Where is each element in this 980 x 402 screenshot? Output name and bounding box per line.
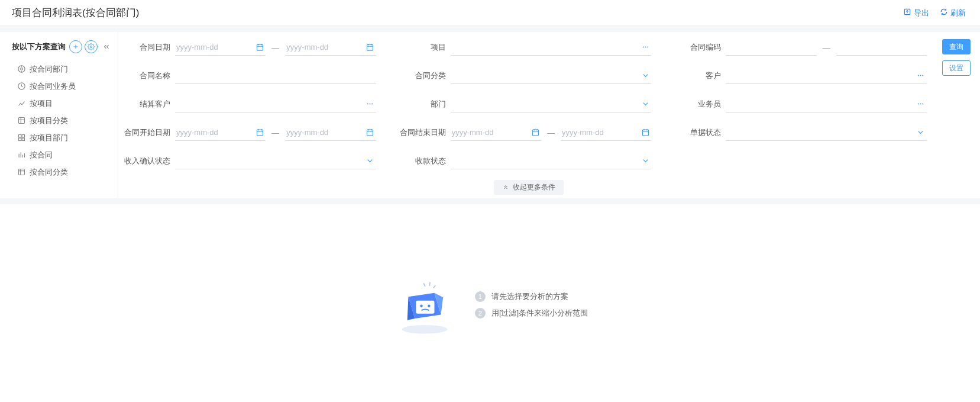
svg-point-31 [420,305,423,308]
select-input[interactable] [451,69,652,82]
page-title: 项目合同利润表(按合同部门) [12,6,139,20]
select-input[interactable] [726,126,927,139]
svg-rect-27 [532,130,538,136]
start-date-from[interactable] [175,124,266,141]
text-input[interactable] [175,69,376,82]
svg-rect-30 [416,301,434,314]
sidebar-item-project-category[interactable]: 按项目分类 [0,112,118,129]
date-input[interactable] [175,40,266,54]
lookup-input[interactable] [175,97,376,111]
bar-icon [17,150,26,160]
date-input[interactable] [175,126,266,139]
chevron-down-icon[interactable] [641,99,650,109]
clock-icon [17,82,26,91]
contract-category-select[interactable] [451,67,652,84]
calendar-icon[interactable] [641,128,650,137]
contract-code-from[interactable] [726,39,816,56]
date-input[interactable] [285,126,376,139]
project-input[interactable] [451,39,652,56]
contract-date-to[interactable] [285,39,376,56]
text-input[interactable] [726,40,816,54]
filter-contract-date: 合同日期 — [124,39,376,56]
end-date-to[interactable] [561,124,651,141]
calendar-icon[interactable] [366,128,375,137]
svg-point-15 [647,47,648,48]
lookup-input[interactable] [726,97,927,111]
department-select[interactable] [451,96,652,112]
export-icon [903,8,911,18]
revenue-status-select[interactable] [175,153,376,169]
ellipsis-icon[interactable] [916,71,926,81]
date-input[interactable] [561,126,651,139]
calendar-icon[interactable] [531,128,540,137]
ellipsis-icon[interactable] [916,99,926,109]
payment-status-select[interactable] [451,153,652,169]
contract-code-to[interactable] [836,39,927,56]
filter-label: 合同开始日期 [124,127,175,138]
sidebar-item-contract[interactable]: 按合同 [0,146,118,163]
collapse-sidebar-button[interactable] [101,40,112,53]
query-button[interactable]: 查询 [942,39,971,54]
add-scheme-button[interactable] [69,40,82,53]
select-input[interactable] [451,154,652,168]
chart-icon [17,99,26,108]
filter-department: 部门 [400,96,652,112]
end-date-from[interactable] [451,124,541,141]
svg-point-29 [402,325,447,334]
step-text: 用[过滤]条件来缩小分析范围 [491,308,588,319]
customer-input[interactable] [726,67,927,84]
collapse-label: 收起更多条件 [513,182,555,192]
filter-label: 合同编码 [675,42,726,53]
export-button[interactable]: 导出 [903,8,929,18]
date-input[interactable] [285,40,376,54]
calendar-icon[interactable] [255,128,264,137]
action-column: 查询 设置 [939,32,980,198]
start-date-to[interactable] [285,124,376,141]
salesperson-input[interactable] [726,96,927,112]
chevron-down-icon[interactable] [641,156,650,166]
filter-area: 合同日期 — 项目 [118,32,939,198]
filter-label: 业务员 [675,99,726,110]
refresh-button[interactable]: 刷新 [940,8,966,18]
chevron-down-icon[interactable] [916,128,926,137]
bill-status-select[interactable] [726,124,927,141]
ellipsis-icon[interactable] [641,43,650,52]
sidebar-item-contract-category[interactable]: 按合同分类 [0,163,118,181]
filter-contract-end: 合同结束日期 — [400,124,652,141]
select-input[interactable] [175,154,376,168]
select-input[interactable] [451,97,652,111]
sidebar-item-label: 按合同 [30,150,53,160]
svg-rect-7 [22,135,24,137]
text-input[interactable] [836,40,927,54]
chevron-down-icon[interactable] [641,71,650,81]
dept-icon [17,65,26,74]
contract-name-input[interactable] [175,67,376,84]
filter-contract-name: 合同名称 [124,67,376,84]
settings-button[interactable]: 设置 [942,60,971,76]
calendar-icon[interactable] [255,43,264,52]
settlement-customer-input[interactable] [175,96,376,112]
ellipsis-icon[interactable] [366,99,375,109]
sidebar-item-project-dept[interactable]: 按项目部门 [0,129,118,146]
filter-project: 项目 [400,39,652,56]
sidebar-item-contract-sales[interactable]: 按合同业务员 [0,78,118,95]
svg-point-18 [923,75,924,76]
filter-revenue-status: 收入确认状态 [124,153,376,169]
chevron-down-icon[interactable] [366,156,375,166]
page-header: 项目合同利润表(按合同部门) 导出 刷新 [0,0,980,26]
svg-point-23 [920,104,921,105]
header-actions: 导出 刷新 [903,8,966,18]
contract-date-from[interactable] [175,39,266,56]
sidebar-item-contract-dept[interactable]: 按合同部门 [0,60,118,78]
refresh-label: 刷新 [950,8,966,18]
filter-label: 收入确认状态 [124,156,175,166]
scheme-settings-button[interactable] [85,40,98,53]
calendar-icon[interactable] [366,43,375,52]
date-input[interactable] [451,126,541,139]
sidebar-item-project[interactable]: 按项目 [0,95,118,112]
filter-label: 结算客户 [124,99,175,110]
lookup-input[interactable] [726,69,927,82]
collapse-conditions-button[interactable]: 收起更多条件 [494,180,564,195]
lookup-input[interactable] [451,40,652,54]
range-dash: — [270,43,280,52]
